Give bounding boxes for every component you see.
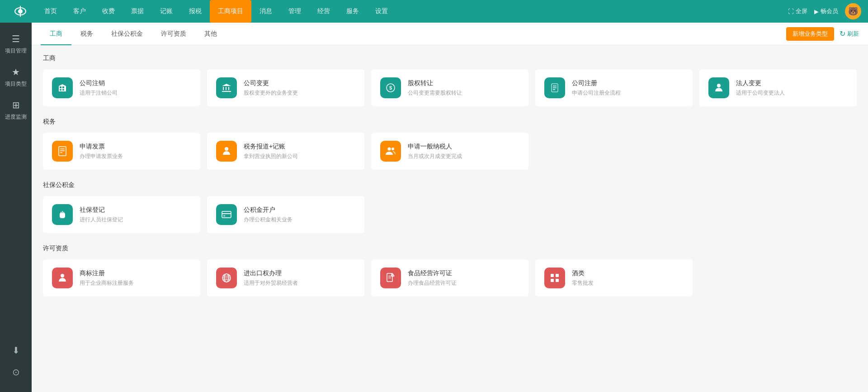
card-2-0[interactable]: 社保登记进行人员社保登记 bbox=[43, 196, 200, 233]
sidebar-icon-1: ★ bbox=[9, 66, 22, 78]
scroll-content: 工商公司注销适用于注销公司公司变更股权变更外的业务变更$股权转让公司变更需要股权… bbox=[32, 45, 868, 392]
nav-item-首页[interactable]: 首页 bbox=[36, 0, 65, 23]
card-1-2[interactable]: 申请一般纳税人当月或次月成变更完成 bbox=[371, 133, 528, 170]
nav-item-票据[interactable]: 票据 bbox=[123, 0, 152, 23]
card-icon-2-1 bbox=[216, 204, 237, 225]
tab-其他[interactable]: 其他 bbox=[195, 23, 226, 45]
card-1-1[interactable]: 税务报道+记账拿到营业执照的新公司 bbox=[207, 133, 364, 170]
card-title-2-1: 公积金开户 bbox=[244, 206, 292, 214]
cards-grid-3: 商标注册用于企业商标注册服务进出口权办理适用于对外贸易经营者食品经营许可证办理食… bbox=[43, 259, 857, 296]
section-0: 工商公司注销适用于注销公司公司变更股权变更外的业务变更$股权转让公司变更需要股权… bbox=[43, 54, 857, 106]
svg-rect-10 bbox=[59, 147, 66, 156]
tab-工商[interactable]: 工商 bbox=[41, 23, 71, 45]
nav-item-工商项目[interactable]: 工商项目 bbox=[210, 0, 251, 23]
card-icon-3-0 bbox=[52, 268, 73, 288]
refresh-button[interactable]: ↻刷新 bbox=[840, 29, 859, 38]
card-icon-2-0 bbox=[52, 204, 73, 225]
cards-grid-0: 公司注销适用于注销公司公司变更股权变更外的业务变更$股权转让公司变更需要股权转让… bbox=[43, 69, 857, 106]
card-info-2-0: 社保登记进行人员社保登记 bbox=[80, 206, 123, 224]
fullscreen-label: 全屏 bbox=[796, 7, 807, 15]
card-0-4[interactable]: 法人变更适用于公司变更法人 bbox=[699, 69, 857, 106]
card-1-0[interactable]: 申请发票办理申请发票业务 bbox=[43, 133, 200, 170]
nav-item-客户[interactable]: 客户 bbox=[65, 0, 94, 23]
card-3-2[interactable]: 食品经营许可证办理食品经营许可证 bbox=[371, 259, 528, 296]
nav-items: 首页客户收费票据记账报税工商项目消息管理经营服务设置 bbox=[36, 0, 788, 23]
nav-item-设置[interactable]: 设置 bbox=[367, 0, 396, 23]
card-0-2[interactable]: $股权转让公司变更需要股权转让 bbox=[371, 69, 528, 106]
vip-btn[interactable]: ▶ 畅会员 bbox=[814, 7, 838, 15]
fullscreen-btn[interactable]: ⛶ 全屏 bbox=[788, 7, 807, 15]
card-desc-0-0: 适用于注销公司 bbox=[80, 89, 118, 97]
sidebar-bottom: ⬇⊙ bbox=[0, 339, 32, 392]
card-title-1-0: 申请发票 bbox=[80, 143, 123, 151]
tabs-list: 工商税务社保公积金许可资质其他 bbox=[41, 23, 786, 45]
card-icon-1-2 bbox=[380, 141, 401, 162]
card-desc-3-0: 用于企业商标注册服务 bbox=[80, 279, 134, 287]
card-3-0[interactable]: 商标注册用于企业商标注册服务 bbox=[43, 259, 200, 296]
card-icon-3-2 bbox=[380, 268, 401, 288]
svg-rect-31 bbox=[556, 274, 559, 277]
card-title-3-0: 商标注册 bbox=[80, 269, 134, 277]
sidebar-item-0[interactable]: ☰项目管理 bbox=[0, 27, 32, 60]
card-desc-2-1: 办理公积金相关业务 bbox=[244, 216, 292, 224]
card-icon-0-3 bbox=[544, 77, 565, 98]
card-3-3[interactable]: 酒类零售批发 bbox=[535, 259, 693, 296]
svg-rect-17 bbox=[222, 211, 231, 218]
sidebar-icon-0: ☰ bbox=[9, 33, 22, 45]
card-title-0-1: 公司变更 bbox=[244, 79, 298, 87]
svg-point-16 bbox=[392, 148, 394, 150]
card-0-3[interactable]: 公司注册申请公司注册全流程 bbox=[535, 69, 693, 106]
refresh-label: 刷新 bbox=[847, 30, 859, 38]
svg-point-9 bbox=[717, 84, 721, 87]
nav-item-报税[interactable]: 报税 bbox=[181, 0, 210, 23]
card-3-1[interactable]: 进出口权办理适用于对外贸易经营者 bbox=[207, 259, 364, 296]
card-title-3-2: 食品经营许可证 bbox=[408, 269, 457, 277]
card-desc-3-3: 零售批发 bbox=[572, 279, 594, 287]
svg-point-15 bbox=[388, 148, 391, 151]
nav-item-服务[interactable]: 服务 bbox=[338, 0, 367, 23]
tabs-actions: 新增业务类型↻刷新 bbox=[786, 27, 859, 41]
card-info-0-1: 公司变更股权变更外的业务变更 bbox=[244, 79, 298, 97]
nav-item-收费[interactable]: 收费 bbox=[94, 0, 123, 23]
avatar[interactable]: 🐻 bbox=[845, 3, 861, 19]
card-icon-3-1 bbox=[216, 268, 237, 288]
main-layout: ☰项目管理★项目类型⊞进度监测⬇⊙ 工商税务社保公积金许可资质其他新增业务类型↻… bbox=[0, 23, 868, 392]
card-0-0[interactable]: 公司注销适用于注销公司 bbox=[43, 69, 200, 106]
card-title-2-0: 社保登记 bbox=[80, 206, 123, 214]
card-0-1[interactable]: 公司变更股权变更外的业务变更 bbox=[207, 69, 364, 106]
card-icon-0-1 bbox=[216, 77, 237, 98]
sidebar-bottom-item-1[interactable]: ⊙ bbox=[0, 361, 32, 383]
nav-item-管理[interactable]: 管理 bbox=[280, 0, 309, 23]
logo bbox=[5, 0, 36, 23]
card-info-3-1: 进出口权办理适用于对外贸易经营者 bbox=[244, 269, 298, 287]
section-title-2: 社保公积金 bbox=[43, 181, 857, 189]
card-title-3-1: 进出口权办理 bbox=[244, 269, 298, 277]
avatar-icon: 🐻 bbox=[848, 6, 858, 16]
nav-item-经营[interactable]: 经营 bbox=[309, 0, 338, 23]
card-desc-3-2: 办理食品经营许可证 bbox=[408, 279, 457, 287]
tab-社保公积金[interactable]: 社保公积金 bbox=[102, 23, 152, 45]
sidebar-bottom-item-0[interactable]: ⬇ bbox=[0, 339, 32, 361]
card-title-0-0: 公司注销 bbox=[80, 79, 118, 87]
card-info-0-3: 公司注册申请公司注册全流程 bbox=[572, 79, 621, 97]
svg-text:$: $ bbox=[389, 85, 392, 91]
nav-item-消息[interactable]: 消息 bbox=[251, 0, 280, 23]
tab-税务[interactable]: 税务 bbox=[71, 23, 102, 45]
card-icon-1-1 bbox=[216, 141, 237, 162]
add-type-button[interactable]: 新增业务类型 bbox=[786, 27, 834, 41]
nav-item-记账[interactable]: 记账 bbox=[152, 0, 181, 23]
svg-point-2 bbox=[18, 9, 23, 14]
card-2-1[interactable]: 公积金开户办理公积金相关业务 bbox=[207, 196, 364, 233]
svg-rect-32 bbox=[551, 279, 554, 282]
sidebar-item-2[interactable]: ⊞进度监测 bbox=[0, 93, 32, 126]
sidebar-icon-2: ⊞ bbox=[9, 99, 22, 111]
refresh-icon: ↻ bbox=[840, 29, 845, 38]
card-info-0-0: 公司注销适用于注销公司 bbox=[80, 79, 118, 97]
svg-rect-33 bbox=[556, 279, 559, 282]
sidebar-label-0: 项目管理 bbox=[5, 47, 27, 55]
sidebar-item-1[interactable]: ★项目类型 bbox=[0, 60, 32, 93]
tab-许可资质[interactable]: 许可资质 bbox=[152, 23, 195, 45]
card-title-0-2: 股权转让 bbox=[408, 79, 462, 87]
card-info-3-3: 酒类零售批发 bbox=[572, 269, 594, 287]
card-info-3-2: 食品经营许可证办理食品经营许可证 bbox=[408, 269, 457, 287]
